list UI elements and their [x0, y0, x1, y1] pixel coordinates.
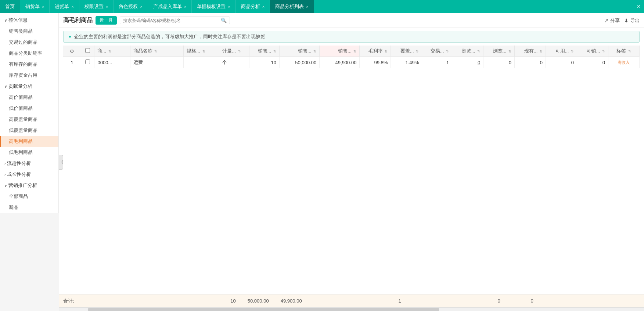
- page-title: 高毛利商品: [63, 17, 93, 24]
- sidebar-section-marketing[interactable]: ∨ 营销推广分析: [0, 180, 58, 191]
- sort-sales-count-icon: ⇅: [273, 50, 276, 53]
- col-header-sales-profit[interactable]: 销售... ⇅: [320, 46, 360, 57]
- nav-permission-settings[interactable]: 权限设置 ×: [79, 0, 114, 13]
- settings-icon[interactable]: ⚙: [70, 48, 74, 54]
- nav-product-analysis[interactable]: 商品分析 ×: [236, 0, 270, 13]
- cell-available: 0: [546, 57, 577, 68]
- sort-unit-icon: ⇅: [238, 50, 241, 53]
- sidebar-item-low-margin[interactable]: 低毛利商品: [0, 147, 58, 158]
- product-table: ⚙ 商... ⇅ 商品名称 ⇅: [63, 46, 640, 68]
- sidebar-item-low-value[interactable]: 低价值商品: [0, 103, 58, 114]
- sidebar-section-growth[interactable]: › 成长性分析: [0, 169, 58, 180]
- sidebar-collapse-button[interactable]: 《: [59, 155, 63, 170]
- nav-purchase-order[interactable]: 进货单 ×: [50, 0, 79, 13]
- cell-sales-profit: 49,900.00: [320, 57, 360, 68]
- col-header-browse2[interactable]: 浏览... ⇅: [483, 46, 515, 57]
- cell-browse2: 0: [483, 57, 515, 68]
- col-header-unit[interactable]: 计量... ⇅: [219, 46, 249, 57]
- arrow-down-icon: ∨: [4, 18, 7, 22]
- nav-template-settings[interactable]: 单据模板设置 ×: [192, 0, 235, 13]
- search-box: 🔍: [120, 17, 230, 24]
- col-header-sellable[interactable]: 可销... ⇅: [577, 46, 608, 57]
- sidebar-item-high-value[interactable]: 高价值商品: [0, 92, 58, 103]
- col-header-browse1[interactable]: 浏览... ⇅: [452, 46, 483, 57]
- close-sales-order-icon[interactable]: ×: [42, 4, 44, 9]
- close-analysis-list-icon[interactable]: ×: [306, 4, 308, 9]
- table-body: 1 0000... 运费 个 10 50,000.00 49,900.00 99…: [63, 57, 640, 68]
- col-header-spec[interactable]: 规格... ⇅: [184, 46, 219, 57]
- col-header-code[interactable]: 商... ⇅: [94, 46, 130, 57]
- sidebar-item-new-goods[interactable]: 新品: [0, 202, 58, 213]
- nav-role-auth[interactable]: 角色授权 ×: [114, 0, 148, 13]
- sort-browse2-icon: ⇅: [508, 50, 511, 53]
- col-header-available[interactable]: 可用... ⇅: [546, 46, 577, 57]
- nav-sales-order[interactable]: 销货单 ×: [20, 0, 50, 13]
- sidebar-item-category-rate[interactable]: 商品分类助销率: [0, 48, 58, 59]
- horizontal-scrollbar[interactable]: [59, 307, 644, 311]
- close-permission-icon[interactable]: ×: [106, 4, 108, 9]
- close-product-analysis-icon[interactable]: ×: [262, 4, 265, 9]
- footer-browse2: [438, 298, 467, 304]
- scrollbar-thumb[interactable]: [88, 308, 439, 311]
- arrow-right-icon: ›: [4, 162, 6, 166]
- sidebar-item-high-coverage[interactable]: 高覆盖量商品: [0, 114, 58, 125]
- cell-unit: 个: [219, 57, 249, 68]
- sort-tag-icon: ⇅: [628, 50, 631, 53]
- cell-sales-amount: 50,000.00: [279, 57, 319, 68]
- sort-spec-icon: ⇅: [202, 50, 205, 53]
- select-all-checkbox[interactable]: [85, 48, 90, 53]
- nav-product-analysis-list[interactable]: 商品分析列表 ×: [270, 0, 314, 13]
- export-button[interactable]: ⬇ 导出: [624, 17, 640, 24]
- footer-current-stock: 0: [471, 298, 500, 304]
- search-icon[interactable]: 🔍: [221, 18, 227, 23]
- cell-sales-count: 10: [249, 57, 280, 68]
- cell-browse1[interactable]: 0: [452, 57, 483, 68]
- sidebar-item-high-margin[interactable]: 高毛利商品: [0, 136, 58, 147]
- sidebar: ∨ 整体信息 销售类商品 交易过的商品 商品分类助销率 有库存的商品 库存资金占…: [0, 13, 59, 213]
- nav-home[interactable]: 首页: [0, 0, 20, 13]
- share-icon: ↗: [604, 18, 609, 23]
- col-header-sales-count[interactable]: 销售... ⇅: [249, 46, 280, 57]
- col-header-trade[interactable]: 交易... ⇅: [422, 46, 452, 57]
- close-all-tabs-button[interactable]: ×: [637, 3, 640, 10]
- content-spacer: [59, 170, 644, 294]
- nav-product-stock[interactable]: 产成品入库单 ×: [148, 0, 192, 13]
- sidebar-item-traded-goods[interactable]: 交易过的商品: [0, 37, 58, 48]
- filter-recent-month-button[interactable]: 近一月: [96, 16, 117, 25]
- cell-gross-rate: 99.8%: [360, 57, 391, 68]
- col-header-name[interactable]: 商品名称 ⇅: [130, 46, 184, 57]
- main-layout: ∨ 整体信息 销售类商品 交易过的商品 商品分类助销率 有库存的商品 库存资金占…: [0, 13, 644, 311]
- col-header-current-stock[interactable]: 现有... ⇅: [515, 46, 546, 57]
- close-role-auth-icon[interactable]: ×: [140, 4, 142, 9]
- sort-sellable-icon: ⇅: [602, 50, 605, 53]
- col-header-sales-amount[interactable]: 销售... ⇅: [279, 46, 319, 57]
- col-header-gross-rate[interactable]: 毛利率 ⇅: [360, 46, 391, 57]
- col-header-coverage[interactable]: 覆盖... ⇅: [391, 46, 422, 57]
- content-header: 高毛利商品 近一月 🔍 ↗ 分享 ⬇ 导出: [59, 13, 644, 28]
- cell-spec: [184, 57, 219, 68]
- cell-trade: 1: [422, 57, 452, 68]
- header-actions: ↗ 分享 ⬇ 导出: [604, 17, 640, 24]
- sidebar-item-in-stock-goods[interactable]: 有库存的商品: [0, 59, 58, 70]
- sidebar-item-stock-fund[interactable]: 库存资金占用: [0, 70, 58, 81]
- col-header-tag[interactable]: 标签 ⇅: [608, 46, 639, 57]
- export-icon: ⬇: [624, 18, 629, 23]
- close-product-stock-icon[interactable]: ×: [184, 4, 186, 9]
- cell-check: [81, 57, 94, 68]
- sidebar-section-overall[interactable]: ∨ 整体信息: [0, 15, 58, 26]
- sidebar-wrapper: ∨ 整体信息 销售类商品 交易过的商品 商品分类助销率 有库存的商品 库存资金占…: [0, 13, 59, 311]
- sidebar-item-sales-goods[interactable]: 销售类商品: [0, 26, 58, 37]
- sort-gross-rate-icon: ⇅: [385, 50, 388, 53]
- sort-sales-profit-icon: ⇅: [353, 50, 356, 53]
- sort-coverage-icon: ⇅: [416, 50, 419, 53]
- share-button[interactable]: ↗ 分享: [604, 17, 620, 24]
- sidebar-section-contribution[interactable]: ∨ 贡献量分析: [0, 81, 58, 92]
- info-icon: ✦: [68, 34, 72, 40]
- search-input[interactable]: [123, 18, 219, 23]
- sidebar-section-trend[interactable]: › 流趋性分析: [0, 158, 58, 169]
- close-purchase-order-icon[interactable]: ×: [71, 4, 73, 9]
- sidebar-item-all-goods[interactable]: 全部商品: [0, 191, 58, 202]
- close-template-icon[interactable]: ×: [228, 4, 230, 9]
- sidebar-item-low-coverage[interactable]: 低覆盖量商品: [0, 125, 58, 136]
- row-checkbox[interactable]: [85, 59, 90, 64]
